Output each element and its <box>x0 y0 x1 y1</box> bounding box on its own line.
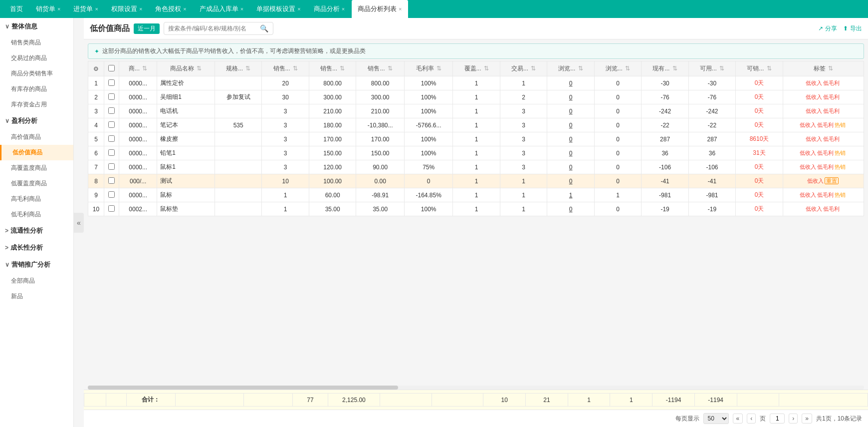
close-icon[interactable]: × <box>57 6 60 12</box>
row-checkbox-input[interactable] <box>108 205 115 212</box>
row-checkbox[interactable] <box>104 188 119 202</box>
browse-link[interactable]: 0 <box>569 164 573 171</box>
row-checkbox[interactable] <box>104 202 119 216</box>
browse1: 0 <box>547 160 594 174</box>
sidebar-item-有库存的商品[interactable]: 有库存的商品 <box>0 81 73 97</box>
tag-label: 低收入 <box>800 164 816 170</box>
spec-col-header[interactable]: 规格... ⇅ <box>215 61 261 76</box>
days-col-header[interactable]: 可销... ⇅ <box>736 61 783 76</box>
sidebar-group-3[interactable]: > 成长性分析 <box>0 239 73 256</box>
nav-item-权限设置[interactable]: 权限设置 × <box>105 0 148 18</box>
sidebar-group-0[interactable]: ∨ 整体信息 <box>0 18 73 35</box>
nav-item-商品分析列表[interactable]: 商品分析列表 × <box>352 0 408 18</box>
row-checkbox[interactable] <box>104 132 119 146</box>
row-checkbox-input[interactable] <box>108 79 115 86</box>
browse2-col-header[interactable]: 浏览... ⇅ <box>594 61 641 76</box>
code-col-header[interactable]: 商... ⇅ <box>119 61 157 76</box>
sidebar-item-低价值商品[interactable]: 低价值商品 <box>0 145 73 160</box>
row-checkbox-input[interactable] <box>108 121 115 128</box>
nav-item-产成品入库单[interactable]: 产成品入库单 × <box>194 0 249 18</box>
stock-col-header[interactable]: 现有... ⇅ <box>642 61 688 76</box>
sidebar-item-新品[interactable]: 新品 <box>0 289 73 304</box>
nav-item-商品分析[interactable]: 商品分析 × <box>308 0 351 18</box>
period-tag[interactable]: 近一月 <box>134 23 160 34</box>
coverage-col-header[interactable]: 覆盖... ⇅ <box>453 61 500 76</box>
browse-link[interactable]: 0 <box>569 122 573 129</box>
browse-link[interactable]: 0 <box>569 108 573 115</box>
sidebar-item-高覆盖度商品[interactable]: 高覆盖度商品 <box>0 160 73 176</box>
sidebar-item-全部商品[interactable]: 全部商品 <box>0 273 73 289</box>
trade-col-header[interactable]: 交易... ⇅ <box>500 61 547 76</box>
browse-link[interactable]: 0 <box>569 178 573 185</box>
prev-page-button[interactable]: ‹ <box>747 414 756 424</box>
row-checkbox-input[interactable] <box>108 149 115 156</box>
close-icon[interactable]: × <box>139 6 142 12</box>
row-checkbox-input[interactable] <box>108 107 115 114</box>
sidebar-item-交易过的商品[interactable]: 交易过的商品 <box>0 50 73 66</box>
sales-qty-col-header[interactable]: 销售... ⇅ <box>262 61 309 76</box>
horizontal-scrollbar[interactable] <box>88 386 864 390</box>
browse-link[interactable]: 0 <box>569 206 573 213</box>
row-checkbox[interactable] <box>104 104 119 118</box>
sidebar-group-2[interactable]: > 流通性分析 <box>0 222 73 239</box>
row-checkbox-input[interactable] <box>108 177 115 184</box>
nav-item-单据模板设置[interactable]: 单据模板设置 × <box>250 0 306 18</box>
search-icon[interactable]: 🔍 <box>260 24 268 32</box>
sidebar-item-低毛利商品[interactable]: 低毛利商品 <box>0 207 73 222</box>
nav-item-角色授权[interactable]: 角色授权 × <box>149 0 192 18</box>
page-number-input[interactable] <box>770 414 785 424</box>
check-col-header[interactable] <box>104 61 119 76</box>
nav-item-首页[interactable]: 首页 <box>4 0 29 18</box>
nav-item-销货单[interactable]: 销货单 × <box>30 0 66 18</box>
browse-link[interactable]: 0 <box>569 150 573 157</box>
per-page-select[interactable]: 50 100 200 <box>703 413 729 424</box>
browse1-col-header[interactable]: 浏览... ⇅ <box>547 61 594 76</box>
select-all-checkbox[interactable] <box>108 65 115 71</box>
row-checkbox[interactable] <box>104 90 119 104</box>
scrollbar-thumb[interactable] <box>88 386 398 390</box>
row-checkbox[interactable] <box>104 146 119 160</box>
nav-item-进货单[interactable]: 进货单 × <box>67 0 104 18</box>
sales-amt-col-header[interactable]: 销售... ⇅ <box>309 61 356 76</box>
share-button[interactable]: ↗ 分享 <box>818 24 837 33</box>
row-checkbox[interactable] <box>104 76 119 90</box>
row-checkbox[interactable] <box>104 160 119 174</box>
name-col-header[interactable]: 商品名称 ⇅ <box>157 61 215 76</box>
search-input[interactable] <box>168 25 258 32</box>
close-icon[interactable]: × <box>297 6 300 12</box>
browse-link[interactable]: 1 <box>569 192 573 199</box>
row-checkbox[interactable] <box>104 174 119 188</box>
close-icon[interactable]: × <box>240 6 243 12</box>
row-checkbox-input[interactable] <box>108 135 115 142</box>
sidebar-group-1[interactable]: ∨ 盈利分析 <box>0 112 73 129</box>
browse-link[interactable]: 0 <box>569 80 573 87</box>
sidebar-item-高价值商品[interactable]: 高价值商品 <box>0 129 73 145</box>
browse-link[interactable]: 0 <box>569 136 573 143</box>
sidebar-item-商品分类销售率[interactable]: 商品分类销售率 <box>0 66 73 81</box>
available: 36 <box>688 146 735 160</box>
avail-col-header[interactable]: 可用... ⇅ <box>688 61 735 76</box>
next-page-button[interactable]: › <box>789 414 798 424</box>
tags-col-header[interactable]: 标签 ⇅ <box>783 61 864 76</box>
collapse-button[interactable]: « <box>74 213 84 233</box>
close-icon[interactable]: × <box>399 6 402 12</box>
row-checkbox-input[interactable] <box>108 191 115 198</box>
sidebar-group-4[interactable]: ∨ 营销推广分析 <box>0 256 73 273</box>
first-page-button[interactable]: « <box>733 414 743 424</box>
sidebar-item-库存资金占用[interactable]: 库存资金占用 <box>0 97 73 112</box>
last-page-button[interactable]: » <box>802 414 812 424</box>
sidebar-item-高毛利商品[interactable]: 高毛利商品 <box>0 191 73 207</box>
export-button[interactable]: ⬆ 导出 <box>843 24 862 33</box>
sidebar-item-销售类商品[interactable]: 销售类商品 <box>0 35 73 50</box>
settings-col-header[interactable]: ⚙ <box>88 61 104 76</box>
browse-link[interactable]: 0 <box>569 94 573 101</box>
sales-profit-col-header[interactable]: 销售... ⇅ <box>356 61 405 76</box>
row-checkbox-input[interactable] <box>108 93 115 100</box>
row-checkbox[interactable] <box>104 118 119 132</box>
gross-margin-col-header[interactable]: 毛利率 ⇅ <box>404 61 453 76</box>
close-icon[interactable]: × <box>342 6 345 12</box>
sidebar-item-低覆盖度商品[interactable]: 低覆盖度商品 <box>0 176 73 191</box>
close-icon[interactable]: × <box>95 6 98 12</box>
close-icon[interactable]: × <box>183 6 186 12</box>
row-checkbox-input[interactable] <box>108 163 115 170</box>
